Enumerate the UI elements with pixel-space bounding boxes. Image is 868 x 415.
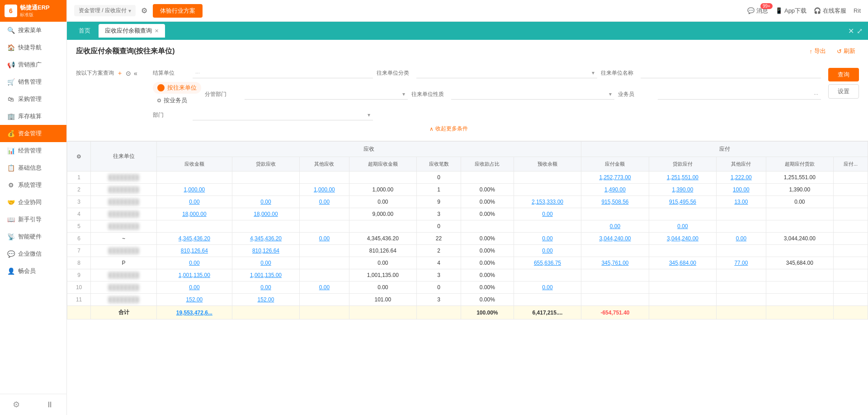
cell-pay-more [834, 208, 868, 220]
tab-close-icon[interactable]: ✕ [155, 28, 159, 34]
member-icon: 👤 [7, 267, 14, 275]
cell-loan-pay: 1,390.00 [649, 184, 717, 196]
user-info[interactable]: Rit [854, 7, 861, 14]
th-gear[interactable]: ⚙ [67, 142, 91, 172]
table-area[interactable]: ⚙ 往来单位 应收 应付 应收金额 贷款应收 其他应收 超期应收金额 应收笔数 … [67, 141, 868, 415]
cell-overdue-pay [766, 269, 834, 281]
th-trading-unit: 往来单位 [91, 142, 157, 172]
close-window-btn[interactable]: ✕ [848, 27, 854, 35]
sidebar-item-system[interactable]: ⚙ 系统管理 [0, 176, 66, 194]
cell-recv-ratio: 0.00% [461, 196, 514, 208]
online-service-btn[interactable]: 🎧 在线客服 [814, 7, 846, 15]
topbar-gear-icon[interactable]: ⚙ [141, 6, 147, 15]
filter-field-dept2: 部门 ▾ [153, 110, 373, 120]
th-loan-recv: 贷款应收 [232, 157, 300, 172]
cell-other-recv [300, 220, 349, 233]
tab-balance[interactable]: 应收应付余额查询 ✕ [99, 24, 165, 38]
page-actions: ↑ 导出 ↺ 刷新 [806, 45, 859, 57]
promo-button[interactable]: 体验行业方案 [153, 4, 203, 18]
sidebar-item-inventory[interactable]: 🏢 库存核算 [0, 108, 66, 125]
settings-bottom-btn[interactable]: ⚙ [11, 398, 22, 411]
sidebar-item-purchase[interactable]: 🛍 采购管理 [0, 91, 66, 108]
cell-loan-recv: 4,345,436.20 [232, 233, 300, 245]
salesperson-input[interactable]: ··· [658, 89, 821, 100]
filter-add-btn[interactable]: ＋ [117, 69, 123, 77]
filter-field-salesperson: 业务员 ··· [618, 89, 821, 100]
sidebar-item-basic[interactable]: 📋 基础信息 [0, 159, 66, 176]
refresh-button[interactable]: ↺ 刷新 [833, 45, 859, 57]
sidebar-item-guide[interactable]: 📖 新手引导 [0, 211, 66, 228]
sidebar-item-member[interactable]: 👤 畅会员 [0, 262, 66, 280]
sidebar-bottom: ⚙ ⏸ [0, 394, 66, 415]
footer-prepaid: 6,417,215.... [514, 306, 581, 320]
data-table: ⚙ 往来单位 应收 应付 应收金额 贷款应收 其他应收 超期应收金额 应收笔数 … [67, 141, 868, 320]
tab-home[interactable]: 首页 [72, 24, 97, 38]
settlement-input[interactable]: ··· [193, 68, 373, 78]
filter-settings-icon[interactable]: ⊙ [126, 70, 131, 77]
filter-settings-button[interactable]: 设置 [828, 84, 859, 99]
cell-other-recv [300, 245, 349, 257]
cell-other-pay [717, 281, 766, 294]
filter-area: 按以下方案查询 ＋ ⊙ « 结算单位 ··· [67, 62, 868, 141]
th-overdue-recv: 超期应收金额 [349, 157, 417, 172]
maximize-btn[interactable]: ⤢ [857, 27, 863, 35]
nature-select[interactable]: ▾ [451, 89, 614, 100]
collapse-sidebar-btn[interactable]: ⏸ [44, 398, 56, 411]
cell-seq: 8 [67, 257, 91, 269]
cell-loan-recv: 0.00 [232, 257, 300, 269]
th-pay-amt: 应付金额 [581, 157, 649, 172]
cell-seq: 11 [67, 294, 91, 306]
category-select[interactable]: ▾ [416, 68, 597, 78]
export-button[interactable]: ↑ 导出 [806, 45, 830, 57]
cell-seq: 4 [67, 208, 91, 220]
table-footer-row: 合计 19,553,472,6... 100.00% 6,417,215....… [67, 306, 868, 320]
filter-option-staff-label: 按业务员 [164, 96, 187, 105]
logo-text-group: 畅捷通ERP 标准版 [20, 4, 50, 18]
sidebar-item-operations[interactable]: 📊 经营管理 [0, 142, 66, 159]
sidebar-item-label: 智能硬件 [18, 233, 42, 241]
cell-overdue-pay [766, 220, 834, 233]
sidebar-item-finance[interactable]: 💰 资金管理 [0, 125, 66, 142]
filter-row-1: 按以下方案查询 ＋ ⊙ « 结算单位 ··· [76, 68, 821, 78]
cell-recv-ratio: 0.00% [461, 208, 514, 220]
category-label: 往来单位分类 [377, 69, 413, 77]
app-download-btn[interactable]: 📱 App下载 [775, 7, 807, 15]
filter-option-by-staff[interactable]: 按业务员 [153, 95, 201, 106]
query-button[interactable]: 查询 [828, 68, 859, 81]
sidebar-item-marketing[interactable]: 📢 营销推广 [0, 56, 66, 73]
filter-collapse-btn[interactable]: ∧ 收起更多条件 [429, 125, 468, 133]
cell-pay-more [834, 184, 868, 196]
cell-loan-pay [649, 208, 717, 220]
filter-option-by-unit[interactable]: 按往来单位 [153, 82, 201, 94]
unitname-input[interactable] [641, 68, 821, 78]
sidebar-item-quicknav[interactable]: 🏠 快捷导航 [0, 39, 66, 56]
cell-other-pay: 13.00 [717, 196, 766, 208]
sidebar-item-collab[interactable]: 🤝 企业协同 [0, 194, 66, 211]
table-row: 5 ████████ 0 0.00 0.00 [67, 220, 868, 233]
sidebar-item-label: 基础信息 [18, 164, 42, 172]
sidebar-item-label: 企业微信 [18, 250, 42, 258]
sidebar-item-hardware[interactable]: 📡 智能硬件 [0, 228, 66, 245]
sidebar-item-sales[interactable]: 🛒 销售管理 [0, 73, 66, 91]
filter-option-unit-label: 按往来单位 [167, 84, 197, 92]
messages-btn[interactable]: 💬 消息 99+ [747, 7, 768, 15]
main-area: 资金管理 / 应收应付 ▾ ⚙ 体验行业方案 💬 消息 99+ 📱 App下载 … [67, 0, 868, 415]
cell-unit: ████████ [91, 294, 157, 306]
table-row: 2 ████████ 1,000.00 1,000.00 1,000.00 1 … [67, 184, 868, 196]
cell-loan-pay [649, 269, 717, 281]
cell-other-pay: 100.00 [717, 184, 766, 196]
sidebar-item-wechat[interactable]: 💬 企业微信 [0, 245, 66, 262]
cell-recv-amt: 0.00 [157, 281, 232, 294]
cell-pay-more [834, 257, 868, 269]
tabbar-actions: ✕ ⤢ [848, 27, 863, 35]
cell-overdue-pay [766, 281, 834, 294]
cell-pay-amt [581, 208, 649, 220]
cell-loan-recv [232, 172, 300, 184]
dept2-select[interactable]: ▾ [193, 110, 373, 120]
footer-loan-recv [232, 306, 300, 320]
sidebar-item-search[interactable]: 🔍 搜索菜单 [0, 22, 66, 39]
dept-select[interactable]: ▾ [245, 89, 408, 100]
cell-loan-recv: 0.00 [232, 196, 300, 208]
cell-overdue-pay: 1,251,551.00 [766, 172, 834, 184]
filter-collapse-icon[interactable]: « [134, 70, 137, 77]
